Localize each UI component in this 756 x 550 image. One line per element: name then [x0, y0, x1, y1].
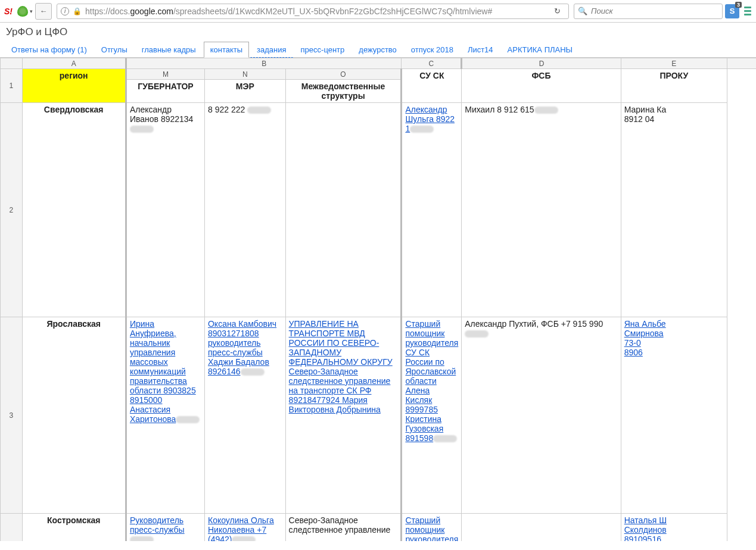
site-favicon-1: S!: [2, 5, 14, 17]
cell[interactable]: Александр Пухтий, ФСБ +7 915 990: [462, 317, 621, 514]
header-cell-susk[interactable]: СУ СК: [402, 69, 462, 103]
document-title: УрФО и ЦФО: [0, 23, 756, 42]
extension-count: 3: [735, 2, 742, 8]
header-cell-gub[interactable]: ГУБЕРНАТОР: [126, 80, 204, 103]
cell[interactable]: [462, 514, 621, 542]
cell[interactable]: Оксана Камбович 89031271808 руководитель…: [204, 317, 285, 514]
cell[interactable]: Наталья Ш Сколдинов 89109516: [621, 514, 727, 542]
header-cell-mer[interactable]: МЭР: [204, 80, 285, 103]
sheet-tab[interactable]: главные кадры: [135, 42, 203, 57]
col-header[interactable]: A: [22, 58, 126, 69]
cell[interactable]: Северо-Западное следственное управление: [285, 514, 402, 542]
cell[interactable]: [285, 103, 402, 317]
table-row: 4КостромскаяРуководитель пресс-службыКок…: [1, 514, 757, 542]
cell[interactable]: Руководитель пресс-службы: [126, 514, 204, 542]
sheet-tab[interactable]: дежурство: [352, 42, 403, 57]
sheet-tab[interactable]: пресс-центр: [294, 42, 351, 57]
row-header[interactable]: 1: [1, 69, 23, 103]
search-input[interactable]: [591, 7, 718, 15]
header-cell-prok[interactable]: ПРОКУ: [621, 69, 727, 103]
url-text: https://docs.google.com/spreadsheets/d/1…: [85, 7, 546, 16]
cell-region[interactable]: Свердловская: [22, 103, 126, 317]
sheet-tab[interactable]: Лист14: [461, 42, 500, 57]
corner-cell: [1, 58, 23, 69]
site-favicon-2: [17, 5, 29, 17]
col-header[interactable]: D: [462, 58, 621, 69]
row-header[interactable]: 2: [1, 103, 23, 317]
col-header[interactable]: I: [727, 58, 756, 69]
sheet-tab[interactable]: АРКТИКА ПЛАНЫ: [501, 42, 580, 57]
extension-badge[interactable]: S 3: [725, 4, 739, 18]
col-header[interactable]: C: [402, 58, 462, 69]
cell[interactable]: Александр Иванов 8922134: [126, 103, 204, 317]
search-icon: 🔍: [578, 7, 587, 15]
header-cell-fsb[interactable]: ФСБ: [462, 69, 621, 103]
cell-region[interactable]: Ярославская: [22, 317, 126, 514]
header-cell-region[interactable]: регион: [22, 69, 126, 103]
sheet-tab[interactable]: задания: [250, 42, 293, 58]
url-bar[interactable]: i 🔒 https://docs.google.com/spreadsheets…: [57, 4, 569, 19]
sheet-tab[interactable]: контакты: [204, 42, 249, 58]
sheet-tab[interactable]: Ответы на форму (1): [5, 42, 94, 57]
cell[interactable]: Марина Ка 8912 04: [621, 103, 727, 317]
cell[interactable]: 8 922 222: [204, 103, 285, 317]
browser-toolbar: S! ▾ ← i 🔒 https://docs.google.com/sprea…: [0, 0, 756, 23]
sheet-tab[interactable]: Отгулы: [95, 42, 134, 57]
info-icon[interactable]: i: [61, 7, 69, 15]
cell-region[interactable]: Костромская: [22, 514, 126, 542]
cell[interactable]: Михаил 8 912 615: [462, 103, 621, 317]
sheet-tabs: Ответы на форму (1)Отгулыглавные кадрыко…: [0, 42, 756, 58]
cell[interactable]: УПРАВЛЕНИЕ НА ТРАНСПОРТЕ МВД РОССИИ ПО С…: [285, 317, 402, 514]
table-row: 3ЯрославскаяИрина Ануфриева, начальник у…: [1, 317, 757, 514]
back-button[interactable]: ←: [35, 3, 52, 20]
history-dropdown-icon[interactable]: ▾: [30, 8, 33, 14]
menu-icon[interactable]: [742, 7, 754, 15]
col-header[interactable]: E: [621, 58, 727, 69]
lock-icon: 🔒: [73, 7, 82, 15]
col-header[interactable]: B: [126, 58, 402, 69]
table-row: 2СвердловскаяАлександр Иванов 89221348 9…: [1, 103, 757, 317]
col-header[interactable]: N: [204, 69, 285, 80]
reload-button[interactable]: ↻: [549, 4, 565, 18]
col-header[interactable]: M: [126, 69, 204, 80]
col-header[interactable]: O: [285, 69, 402, 80]
header-cell-mezh[interactable]: Межведомственные структуры: [285, 80, 402, 103]
inner-column-header-row: 1 регион M N O СУ СК ФСБ ПРОКУ: [1, 69, 757, 80]
column-header-row: A B C D E I: [1, 58, 757, 69]
search-bar[interactable]: 🔍: [574, 4, 723, 19]
cell[interactable]: Яна Альбе Смирнова 73-0 8906: [621, 317, 727, 514]
cell[interactable]: Ирина Ануфриева, начальник управления ма…: [126, 317, 204, 514]
spreadsheet-grid[interactable]: A B C D E I 1 регион M N O СУ СК ФСБ ПРО…: [0, 58, 756, 541]
cell[interactable]: Кокоулина Ольга Николаевна +7 (4942): [204, 514, 285, 542]
row-header[interactable]: 4: [1, 514, 23, 542]
sheet-tab[interactable]: отпуск 2018: [405, 42, 460, 57]
row-header[interactable]: 3: [1, 317, 23, 514]
cell[interactable]: Старший помощник руководителя СУ СК Росс…: [402, 317, 462, 514]
cell[interactable]: Старший помощник руководителя СУ СК Росс…: [402, 514, 462, 542]
cell[interactable]: Александр Шульга 8922 1: [402, 103, 462, 317]
